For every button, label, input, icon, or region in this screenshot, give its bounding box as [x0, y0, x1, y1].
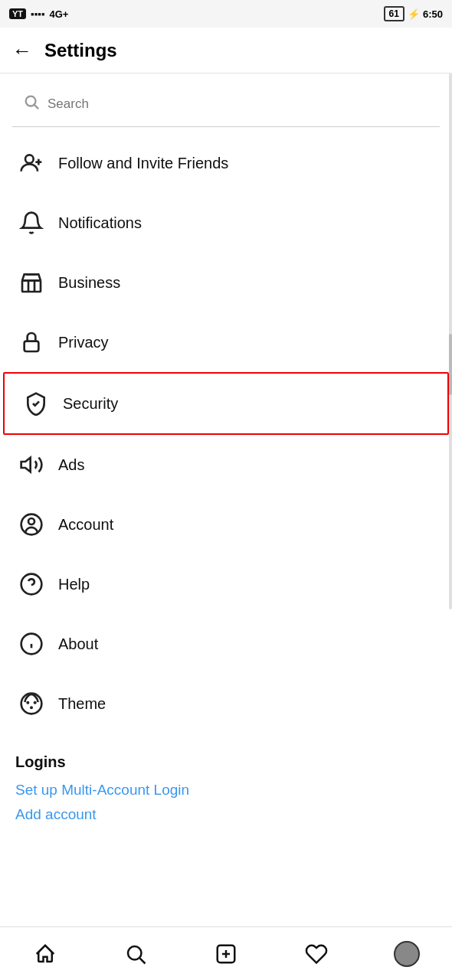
nav-profile[interactable]: [388, 935, 426, 973]
nav-add[interactable]: [207, 935, 245, 973]
multi-account-login-link[interactable]: Set up Multi-Account Login: [15, 782, 437, 799]
menu-item-ads[interactable]: Ads: [0, 435, 452, 495]
time-display: 6:50: [423, 8, 443, 20]
svg-point-9: [28, 518, 34, 524]
menu-item-help[interactable]: Help: [0, 554, 452, 614]
search-input[interactable]: [47, 96, 429, 112]
menu-item-theme[interactable]: Theme: [0, 674, 452, 733]
palette-icon: [15, 688, 47, 720]
menu-item-business[interactable]: Business: [0, 253, 452, 312]
menu-item-account[interactable]: Account: [0, 495, 452, 554]
menu-label-about: About: [58, 635, 98, 653]
svg-point-19: [128, 946, 142, 960]
menu-label-theme: Theme: [58, 695, 106, 713]
svg-rect-6: [25, 341, 39, 351]
status-right: 61 ⚡ 6:50: [384, 6, 443, 21]
scrollbar-thumb[interactable]: [449, 334, 452, 395]
search-container: [0, 74, 452, 122]
logins-section: Logins Set up Multi-Account Login Add ac…: [0, 740, 452, 829]
add-account-link[interactable]: Add account: [15, 806, 437, 823]
battery-indicator: 61: [384, 6, 405, 21]
svg-point-15: [21, 694, 42, 714]
page-title: Settings: [44, 40, 117, 61]
settings-menu-list: Follow and Invite Friends Notifications …: [0, 127, 452, 740]
app-indicator: YT: [9, 8, 26, 19]
megaphone-icon: [15, 449, 47, 481]
logins-title: Logins: [15, 753, 437, 771]
store-icon: [15, 266, 47, 299]
network-type: 4G+: [50, 8, 69, 20]
svg-point-2: [25, 155, 34, 163]
signal-bars: ▪▪▪▪: [31, 8, 44, 20]
nav-home[interactable]: [26, 935, 64, 973]
svg-marker-7: [21, 458, 31, 472]
status-bar: YT ▪▪▪▪ 4G+ 61 ⚡ 6:50: [0, 0, 452, 28]
svg-line-20: [140, 958, 146, 963]
menu-item-security[interactable]: Security: [3, 372, 449, 435]
menu-label-help: Help: [58, 576, 90, 593]
menu-label-privacy: Privacy: [58, 334, 109, 351]
svg-point-0: [26, 96, 36, 106]
menu-label-notifications: Notifications: [58, 214, 142, 232]
search-icon: [23, 93, 40, 114]
lock-icon: [15, 326, 47, 358]
bell-icon: [15, 207, 47, 239]
svg-rect-5: [22, 280, 41, 292]
menu-item-about[interactable]: About: [0, 614, 452, 674]
menu-item-follow[interactable]: Follow and Invite Friends: [0, 133, 452, 193]
nav-heart[interactable]: [297, 935, 336, 973]
menu-label-account: Account: [58, 516, 113, 534]
nav-search[interactable]: [116, 935, 155, 973]
back-button[interactable]: ←: [12, 41, 32, 60]
svg-line-1: [34, 105, 38, 109]
person-add-icon: [15, 147, 47, 179]
shield-check-icon: [20, 387, 52, 420]
menu-item-notifications[interactable]: Notifications: [0, 193, 452, 253]
settings-header: ← Settings: [0, 28, 452, 74]
charging-icon: ⚡: [408, 8, 420, 20]
svg-point-18: [30, 706, 33, 709]
question-circle-icon: [15, 568, 47, 600]
info-circle-icon: [15, 628, 47, 660]
menu-label-business: Business: [58, 274, 120, 292]
menu-label-security: Security: [63, 395, 118, 413]
scrollbar[interactable]: [449, 74, 452, 609]
menu-item-privacy[interactable]: Privacy: [0, 312, 452, 372]
menu-label-follow: Follow and Invite Friends: [58, 155, 228, 172]
svg-point-17: [34, 701, 37, 704]
status-left: YT ▪▪▪▪ 4G+: [9, 8, 68, 20]
search-box[interactable]: [12, 86, 440, 122]
svg-point-16: [26, 701, 29, 704]
bottom-nav: [0, 926, 452, 980]
profile-avatar: [394, 941, 420, 967]
menu-label-ads: Ads: [58, 456, 84, 474]
person-circle-icon: [15, 508, 47, 541]
